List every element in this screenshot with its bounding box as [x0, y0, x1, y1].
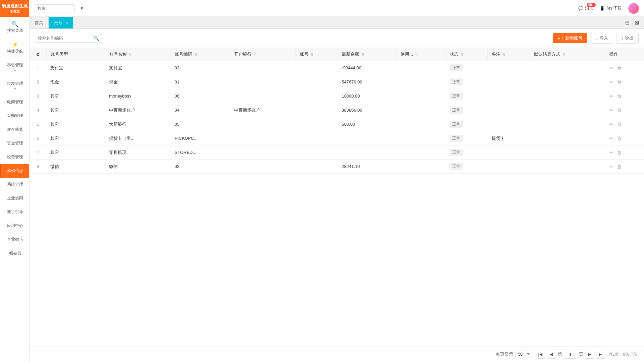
avatar[interactable]: [628, 3, 639, 14]
sidebar-item-label: 快捷导航: [3, 49, 28, 54]
cell-default-payment: [530, 117, 605, 131]
search-input[interactable]: [38, 36, 93, 41]
table-header-row: ⚙ 账号类型 ⇅ 账号名称 ⇅ 账号编码 ⇅: [30, 48, 644, 61]
cell-action: ✏ 🗑: [605, 75, 644, 89]
cell-no: 7: [30, 145, 46, 160]
avatar-image: [628, 3, 639, 14]
cell-status: 正常: [445, 61, 488, 75]
next-page-button[interactable]: ▶: [585, 350, 594, 359]
delete-icon[interactable]: 🗑: [617, 94, 622, 99]
cell-note: [488, 89, 530, 103]
add-account-button[interactable]: + + 新增账号: [553, 33, 587, 43]
cell-default-payment: [530, 61, 605, 75]
cell-account: [296, 89, 338, 103]
table-row: 8 微信 微信 02 28241.10 正常 ✏ 🗑: [30, 160, 644, 174]
status-badge: 正常: [449, 149, 463, 156]
dropdown-button[interactable]: ▼: [80, 6, 84, 11]
col-default-payment[interactable]: 默认结算方式 ⇅: [530, 48, 605, 61]
edit-icon[interactable]: ✏: [609, 150, 613, 155]
tab-maximize-button[interactable]: ⊠: [633, 19, 641, 26]
top-search-input[interactable]: [35, 4, 75, 12]
app-download-label: App下载: [606, 5, 622, 11]
col-settings[interactable]: ⚙: [30, 48, 46, 61]
sidebar-item-retail-mgmt[interactable]: 零售管理 ▼: [0, 58, 29, 77]
sidebar-item-inventory-check[interactable]: 库存核算: [0, 123, 29, 136]
col-bank[interactable]: 开户银行 ⇅: [230, 48, 296, 61]
logo-subtitle: 乐惠版: [10, 9, 20, 14]
col-usage[interactable]: 使用... ⇅: [396, 48, 445, 61]
sidebar-item-search-order[interactable]: 🔍 搜索菜单: [0, 17, 29, 38]
sidebar-item-new-guide[interactable]: 新手引导: [0, 205, 29, 219]
col-account[interactable]: 账号 ⇅: [296, 48, 338, 61]
per-page-select[interactable]: 50 100 200: [515, 351, 532, 358]
cell-no: 5: [30, 117, 46, 131]
tab-account[interactable]: 账号 ×: [49, 17, 73, 28]
sidebar-item-purchase-mgmt[interactable]: 采购管理: [0, 109, 29, 123]
col-balance-label: 最新余额: [342, 52, 359, 57]
search-icon[interactable]: 🔍: [93, 36, 99, 41]
tab-minimize-button[interactable]: ⊟: [624, 19, 631, 26]
prev-page-button[interactable]: ◀: [547, 350, 556, 359]
delete-icon[interactable]: 🗑: [617, 79, 622, 85]
col-balance[interactable]: 最新余额 ⇅: [338, 48, 396, 61]
delete-icon[interactable]: 🗑: [617, 150, 622, 155]
sidebar-item-label: 应用中心: [3, 223, 28, 229]
sort-icon: ⇅: [254, 53, 257, 56]
col-bank-label: 开户银行: [234, 52, 252, 57]
edit-icon[interactable]: ✏: [609, 79, 613, 85]
delete-icon[interactable]: 🗑: [617, 65, 622, 71]
edit-icon[interactable]: ✏: [609, 108, 613, 113]
delete-icon[interactable]: 🗑: [617, 108, 622, 113]
cell-action: ✏ 🗑: [605, 103, 644, 117]
edit-icon[interactable]: ✏: [609, 65, 613, 71]
edit-icon[interactable]: ✏: [609, 122, 613, 127]
cell-usage: [396, 160, 445, 174]
sidebar-item-system-mgmt[interactable]: 系统管理: [0, 178, 29, 191]
sidebar-item-quick-nav[interactable]: ⚡ 快捷导航: [0, 38, 29, 58]
cell-note: [488, 145, 530, 160]
cell-action: ✏ 🗑: [605, 117, 644, 131]
sidebar-item-member[interactable]: 畅会员: [0, 246, 29, 260]
sidebar-item-label: 经营管理: [3, 154, 28, 160]
col-type[interactable]: 账号类型 ⇅: [46, 48, 105, 61]
tab-close-button[interactable]: ×: [66, 20, 68, 25]
sidebar-item-ops-mgmt[interactable]: 经营管理: [0, 150, 29, 164]
last-page-button[interactable]: ▶|: [596, 350, 605, 359]
edit-icon[interactable]: ✏: [609, 164, 613, 169]
sidebar-item-company-wechat[interactable]: 企业微信: [0, 233, 29, 246]
delete-icon[interactable]: 🗑: [617, 164, 622, 169]
edit-icon[interactable]: ✏: [609, 94, 613, 99]
sidebar-item-finance-mgmt[interactable]: 资金管理: [0, 136, 29, 150]
action-icons: ✏ 🗑: [609, 65, 640, 71]
col-code[interactable]: 账号编码 ⇅: [171, 48, 230, 61]
first-page-button[interactable]: |◀: [536, 350, 545, 359]
export-button[interactable]: ↑ 导出: [616, 33, 639, 44]
sidebar-item-basic-info[interactable]: 基础信息: [0, 164, 29, 178]
sidebar-item-app-center[interactable]: 应用中心: [0, 219, 29, 233]
tab-home[interactable]: 首页: [30, 17, 49, 28]
sort-icon: ⇅: [562, 53, 565, 56]
col-note[interactable]: 备注 ⇅: [488, 48, 530, 61]
delete-icon[interactable]: 🗑: [617, 136, 622, 141]
status-badge: 正常: [449, 64, 463, 71]
page-label: 第: [558, 351, 562, 357]
sidebar-item-ecommerce-mgmt[interactable]: 电商管理: [0, 95, 29, 109]
import-button[interactable]: ↓ 导入: [591, 33, 613, 44]
edit-icon[interactable]: ✏: [609, 136, 613, 141]
settings-icon[interactable]: ⚙: [36, 52, 40, 57]
app-download-button[interactable]: 📱 App下载: [600, 5, 622, 11]
cell-balance: 28241.10: [338, 160, 396, 174]
sidebar-item-wholesale-mgmt[interactable]: 批发管理 ▼: [0, 77, 29, 95]
page-input[interactable]: [564, 350, 577, 359]
add-icon: +: [557, 36, 560, 41]
cell-usage: [396, 131, 445, 145]
cell-note: [488, 61, 530, 75]
toolbar-left: 🔍: [35, 34, 102, 43]
sidebar-item-company-agreement[interactable]: 企业协同: [0, 191, 29, 205]
col-usage-label: 使用...: [400, 52, 413, 57]
col-status[interactable]: 状态 ⇅: [445, 48, 488, 61]
cell-status: 正常: [445, 75, 488, 89]
message-button[interactable]: 💬 消息 99+: [578, 5, 593, 11]
delete-icon[interactable]: 🗑: [617, 122, 622, 127]
col-name[interactable]: 账号名称 ⇅: [105, 48, 170, 61]
